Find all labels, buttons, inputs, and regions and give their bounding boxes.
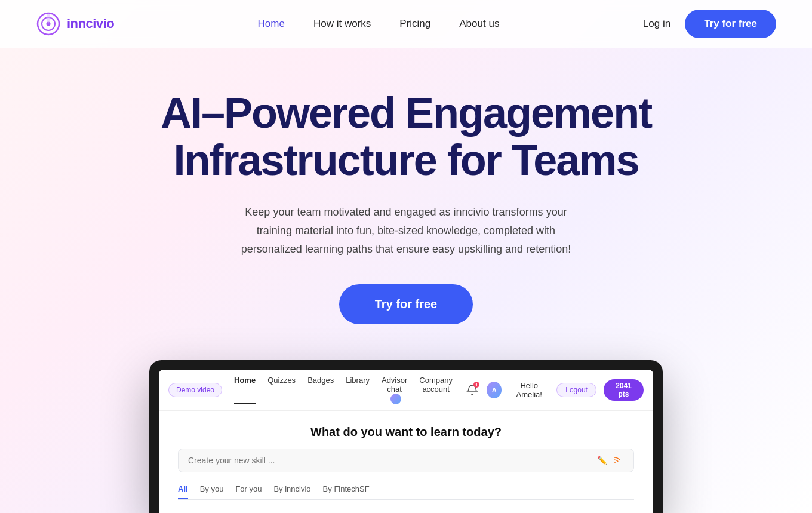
navbar: inncivio Home How it works Pricing About… — [0, 0, 812, 48]
app-search-title: What do you want to learn today? — [178, 425, 634, 439]
app-search-input[interactable] — [188, 456, 591, 465]
nav-item-pricing[interactable]: Pricing — [399, 18, 430, 30]
nav-item-home[interactable]: Home — [258, 18, 285, 30]
user-avatar: A — [487, 382, 502, 398]
rss-icon — [613, 455, 624, 466]
greeting-text: Hello Amelia! — [509, 381, 549, 399]
hero-section: AI–Powered Engagement Infrastructure for… — [0, 48, 812, 513]
nav-link-home[interactable]: Home — [258, 18, 285, 29]
app-nav-links: Home Quizzes Badges Library Advisor chat… — [234, 376, 453, 404]
notification-badge: 1 — [473, 382, 479, 388]
app-tab-all[interactable]: All — [178, 484, 188, 499]
app-tab-for-you[interactable]: For you — [235, 484, 262, 499]
points-badge: 2041 pts — [604, 379, 644, 401]
app-tabs: All By you For you By inncivio By Fintec… — [178, 484, 634, 500]
logout-button[interactable]: Logout — [556, 383, 596, 397]
login-link[interactable]: Log in — [643, 18, 670, 30]
nav-item-how[interactable]: How it works — [313, 18, 371, 30]
notification-bell[interactable]: 1 — [465, 382, 479, 398]
app-nav-company[interactable]: Company account — [419, 376, 453, 404]
app-nav-advisor[interactable]: Advisor chat — [382, 376, 407, 404]
logo-icon — [36, 11, 61, 36]
app-tab-by-inncivio[interactable]: By inncivio — [273, 484, 310, 499]
try-free-button-hero[interactable]: Try for free — [339, 284, 473, 324]
app-tab-by-you[interactable]: By you — [200, 484, 224, 499]
app-nav-badges[interactable]: Badges — [307, 376, 334, 404]
demo-badge[interactable]: Demo video — [168, 383, 222, 397]
nav-item-about[interactable]: About us — [459, 18, 499, 30]
app-nav-home[interactable]: Home — [234, 376, 256, 404]
hero-subtitle: Keep your team motivated and engaged as … — [233, 203, 579, 258]
app-search-bar[interactable]: ✏️ — [178, 449, 634, 472]
logo[interactable]: inncivio — [36, 11, 114, 36]
nav-link-pricing[interactable]: Pricing — [399, 18, 430, 29]
hero-title: AI–Powered Engagement Infrastructure for… — [137, 90, 675, 184]
app-nav-right: 1 A Hello Amelia! Logout 2041 pts — [465, 379, 644, 401]
nav-links: Home How it works Pricing About us — [258, 18, 500, 30]
app-navbar: Demo video Home Quizzes Badges Library A… — [159, 370, 653, 411]
app-tab-by-fintechsf[interactable]: By FintechSF — [323, 484, 370, 499]
try-free-button-nav[interactable]: Try for free — [685, 10, 776, 38]
app-main: What do you want to learn today? ✏️ — [159, 411, 653, 509]
laptop-screen: Demo video Home Quizzes Badges Library A… — [159, 370, 653, 513]
nav-link-how[interactable]: How it works — [313, 18, 371, 29]
app-nav-quizzes[interactable]: Quizzes — [267, 376, 296, 404]
nav-link-about[interactable]: About us — [459, 18, 499, 29]
app-screenshot-container: Demo video Home Quizzes Badges Library A… — [149, 360, 663, 513]
app-nav-library[interactable]: Library — [346, 376, 370, 404]
laptop-frame: Demo video Home Quizzes Badges Library A… — [149, 360, 663, 513]
nav-actions: Log in Try for free — [643, 10, 776, 38]
edit-icon: ✏️ — [597, 456, 607, 465]
logo-text: inncivio — [67, 16, 114, 32]
